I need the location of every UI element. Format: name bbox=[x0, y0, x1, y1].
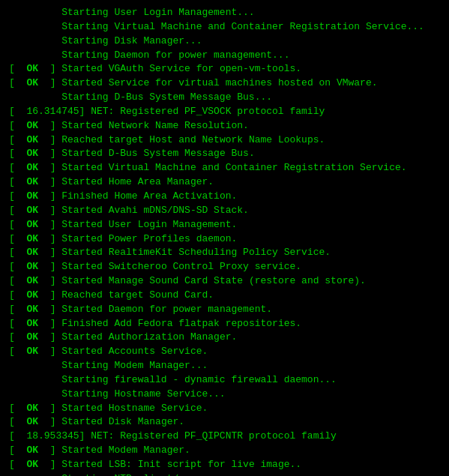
terminal-line: [ OK ] Started Avahi mDNS/DNS-SD Stack. bbox=[9, 204, 440, 218]
terminal-line: Starting NTP client/server... bbox=[9, 472, 440, 476]
terminal-line: [ OK ] Started Daemon for power manageme… bbox=[9, 303, 440, 317]
terminal-line: [ OK ] Started User Login Management. bbox=[9, 218, 440, 232]
terminal-line: [ OK ] Started Hostname Service. bbox=[9, 402, 440, 416]
terminal-line: [ OK ] Started Home Area Manager. bbox=[9, 175, 440, 190]
terminal-line: [ OK ] Finished Add Fedora flatpak repos… bbox=[9, 317, 440, 331]
terminal-line: [ OK ] Started Modem Manager. bbox=[9, 444, 440, 458]
terminal-line: [ OK ] Started LSB: Init script for live… bbox=[9, 458, 440, 472]
terminal-line: [ OK ] Started D-Bus System Message Bus. bbox=[9, 147, 440, 161]
terminal-line: Starting Modem Manager... bbox=[9, 359, 440, 373]
terminal-line: [ OK ] Finished Home Area Activation. bbox=[9, 190, 440, 204]
terminal-line: Starting Virtual Machine and Container R… bbox=[9, 20, 440, 34]
terminal-line: [ OK ] Started Accounts Service. bbox=[9, 345, 440, 359]
terminal-line: Starting User Login Management... bbox=[9, 6, 440, 20]
terminal-line: [ OK ] Started VGAuth Service for open-v… bbox=[9, 62, 440, 76]
terminal-line: [ OK ] Started Virtual Machine and Conta… bbox=[9, 161, 440, 175]
terminal-line: [ OK ] Started Manage Sound Card State (… bbox=[9, 274, 440, 289]
terminal-line: [ OK ] Started Authorization Manager. bbox=[9, 331, 440, 345]
terminal-line: Starting firewalld - dynamic firewall da… bbox=[9, 373, 440, 388]
terminal-line: Starting Hostname Service... bbox=[9, 388, 440, 402]
terminal-line: [ OK ] Started Network Name Resolution. bbox=[9, 119, 440, 133]
terminal-line: [ OK ] Started Switcheroo Control Proxy … bbox=[9, 260, 440, 274]
terminal-line: [ OK ] Reached target Sound Card. bbox=[9, 289, 440, 303]
terminal-line: [ OK ] Started Service for virtual machi… bbox=[9, 76, 440, 91]
terminal-line: [ OK ] Started Disk Manager. bbox=[9, 415, 440, 430]
terminal-line: Starting D-Bus System Message Bus... bbox=[9, 91, 440, 105]
terminal-line: [ OK ] Started Power Profiles daemon. bbox=[9, 232, 440, 247]
terminal-line: Starting Disk Manager... bbox=[9, 34, 440, 49]
terminal-line: [ OK ] Reached target Host and Network N… bbox=[9, 133, 440, 148]
terminal-window: Starting User Login Management... Starti… bbox=[0, 0, 449, 476]
terminal-line: Starting Daemon for power management... bbox=[9, 49, 440, 63]
terminal-line: [ OK ] Started RealtimeKit Scheduling Po… bbox=[9, 246, 440, 260]
terminal-line: [ 16.314745] NET: Registered PF_VSOCK pr… bbox=[9, 105, 440, 119]
terminal-line: [ 18.953345] NET: Registered PF_QIPCNTR … bbox=[9, 430, 440, 444]
